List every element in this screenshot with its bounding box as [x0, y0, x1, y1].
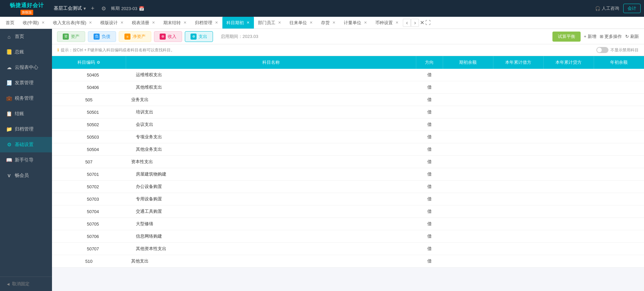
company-selector[interactable]: 基层工会测试 ▾: [54, 5, 86, 11]
sidebar-item-archive-mgmt[interactable]: 📁 归档管理: [0, 122, 52, 137]
cell-code: 50706: [52, 230, 126, 243]
tab-template-close[interactable]: ✕: [120, 20, 123, 25]
sidebar-item-beginner[interactable]: 📖 新手引导: [0, 152, 52, 168]
cell-period-balance: [443, 143, 493, 156]
tab-archive-close[interactable]: ✕: [215, 20, 218, 25]
cell-code: 50501: [52, 106, 126, 118]
tab-tax-clear[interactable]: 税表清册 ✕: [128, 17, 159, 29]
tab-nav-next[interactable]: ›: [411, 19, 419, 27]
tab-currency[interactable]: 币种设置 ✕: [371, 17, 403, 29]
cell-ytd-credit: [543, 94, 594, 106]
tab-period-end[interactable]: 期末结转 ✕: [159, 17, 191, 29]
subject-table: 科目编码 ⚙ 科目名称 方向 期初余额 本年累计借方 本年累计贷方 年初余额 5…: [52, 56, 644, 268]
sidebar-collapse-btn[interactable]: ◄ 取消固定: [0, 277, 52, 291]
table-row[interactable]: 50706信息网络购建借: [52, 230, 644, 243]
th-settings-icon[interactable]: ⚙: [97, 60, 100, 65]
table-row[interactable]: 507资本性支出借: [52, 156, 644, 168]
settings-icon[interactable]: ⚙: [100, 5, 108, 12]
tab-maximize-icon[interactable]: ⛶: [425, 20, 431, 26]
sidebar-item-basic-settings[interactable]: ⚙ 基础设置: [0, 137, 52, 152]
ai-consult-button[interactable]: 🎧 人工咨询: [595, 5, 619, 11]
table-row[interactable]: 50705大型修缮借: [52, 218, 644, 230]
kuaiji-button[interactable]: 会计: [623, 4, 641, 13]
add-tab-button[interactable]: +: [89, 5, 96, 12]
tab-period-report-label: 收(中期): [23, 20, 39, 26]
table-row[interactable]: 505业务支出借: [52, 94, 644, 106]
tab-inventory[interactable]: 存货 ✕: [317, 17, 340, 29]
cell-period-balance: [443, 168, 493, 181]
tab-dept-staff-close[interactable]: ✕: [278, 20, 281, 25]
cell-name: 办公设备购置: [126, 181, 416, 193]
table-row[interactable]: 50707其他资本性支出借: [52, 243, 644, 255]
tab-dept-staff[interactable]: 部门员工 ✕: [254, 17, 285, 29]
table-wrapper[interactable]: 科目编码 ⚙ 科目名称 方向 期初余额 本年累计借方 本年累计贷方 年初余额 5…: [52, 56, 644, 291]
add-button[interactable]: + 新增: [584, 34, 596, 40]
tab-subject-init[interactable]: 科目期初 ✕: [222, 17, 254, 29]
th-code: 科目编码 ⚙: [52, 56, 126, 69]
table-row[interactable]: 50704交通工具购置借: [52, 205, 644, 218]
table-row[interactable]: 50406其他维权支出借: [52, 81, 644, 94]
cell-code: 50704: [52, 205, 126, 218]
tab-income-annual-close[interactable]: ✕: [89, 20, 92, 25]
tab-period-end-close[interactable]: ✕: [183, 20, 186, 25]
table-row[interactable]: 50405运维维权支出借: [52, 69, 644, 81]
sub-tab-asset-label: 资产: [71, 34, 79, 40]
sidebar-item-cloud-report[interactable]: ☁ 云报表中心: [0, 60, 52, 75]
sub-tab-liability[interactable]: 负 负债: [88, 31, 116, 42]
tab-period-report-close[interactable]: ✕: [42, 20, 45, 25]
sub-tab-income[interactable]: ⊕ 收入: [154, 31, 182, 42]
tab-currency-close[interactable]: ✕: [395, 20, 398, 25]
tab-home[interactable]: 首页: [2, 17, 19, 29]
tab-measure-unit-close[interactable]: ✕: [364, 20, 367, 25]
cell-ytd-debit: [493, 131, 543, 143]
cell-name: 其他业务支出: [126, 143, 416, 156]
ai-consult-label: 人工咨询: [602, 5, 619, 11]
toggle-switch[interactable]: [596, 47, 608, 53]
toggle-disabled-subjects[interactable]: 不显示禁用科目: [596, 47, 639, 53]
tab-template[interactable]: 模版设计 ✕: [96, 17, 128, 29]
cell-ytd-credit: [543, 230, 594, 243]
cell-direction: 借: [416, 218, 443, 230]
tab-contacts[interactable]: 往来单位 ✕: [285, 17, 317, 29]
tab-nav-prev[interactable]: ‹: [403, 19, 411, 27]
logo-area: 畅捷通好会计 旗舰版: [3, 2, 50, 15]
sidebar-item-invoice-mgmt[interactable]: 🧾 发票管理: [0, 75, 52, 91]
tab-measure-unit[interactable]: 计量单位 ✕: [340, 17, 371, 29]
table-row[interactable]: 50502会议支出借: [52, 118, 644, 131]
table-row[interactable]: 510其他支出借: [52, 255, 644, 268]
cell-ytd-debit: [493, 168, 543, 181]
sidebar-item-home[interactable]: ⌂ 首页: [0, 29, 52, 44]
tab-archive[interactable]: 归档管理 ✕: [191, 17, 222, 29]
cell-name: 其他维权支出: [126, 81, 416, 94]
table-row[interactable]: 50504其他业务支出借: [52, 143, 644, 156]
calendar-icon[interactable]: 📅: [139, 6, 144, 11]
th-period-balance: 期初余额: [443, 56, 493, 69]
cell-ytd-debit: [493, 255, 543, 268]
tab-contacts-close[interactable]: ✕: [310, 20, 313, 25]
tab-subject-init-close[interactable]: ✕: [247, 20, 250, 25]
table-row[interactable]: 50703专用设备购置借: [52, 193, 644, 205]
tab-tax-clear-close[interactable]: ✕: [152, 20, 155, 25]
sidebar-item-settlement[interactable]: 📋 结账: [0, 106, 52, 122]
chevron-down-icon: ▾: [84, 6, 86, 11]
sub-tab-asset[interactable]: 资 资产: [57, 31, 85, 42]
sub-tab-expenditure[interactable]: ⊕ 支出: [185, 31, 213, 42]
cell-ytd-credit: [543, 193, 594, 205]
cell-ytd-credit: [543, 181, 594, 193]
tab-close-all-icon[interactable]: ✕: [420, 19, 424, 26]
table-row[interactable]: 50702办公设备购置借: [52, 181, 644, 193]
tax-icon: 💼: [6, 95, 12, 101]
table-row[interactable]: 50501培训支出借: [52, 106, 644, 118]
refresh-button[interactable]: ↻ 刷新: [625, 34, 639, 40]
sidebar-item-vip[interactable]: V 畅会员: [0, 168, 52, 183]
sidebar-item-general-ledger[interactable]: 📒 总账: [0, 44, 52, 60]
sidebar-item-tax-mgmt[interactable]: 💼 税务管理: [0, 91, 52, 106]
tab-income-annual[interactable]: 收入支出表(年报) ✕: [49, 17, 97, 29]
tab-period-report[interactable]: 收(中期) ✕: [19, 17, 49, 29]
more-operations-button[interactable]: ⊞ 更多操作: [600, 34, 622, 40]
calculate-button[interactable]: 试算平衡: [552, 32, 581, 42]
sub-tab-net-asset[interactable]: ≡ 净资产: [119, 31, 151, 42]
table-row[interactable]: 50701房屋建筑物购建借: [52, 168, 644, 181]
table-row[interactable]: 50503专项业务支出借: [52, 131, 644, 143]
tab-inventory-close[interactable]: ✕: [332, 20, 335, 25]
